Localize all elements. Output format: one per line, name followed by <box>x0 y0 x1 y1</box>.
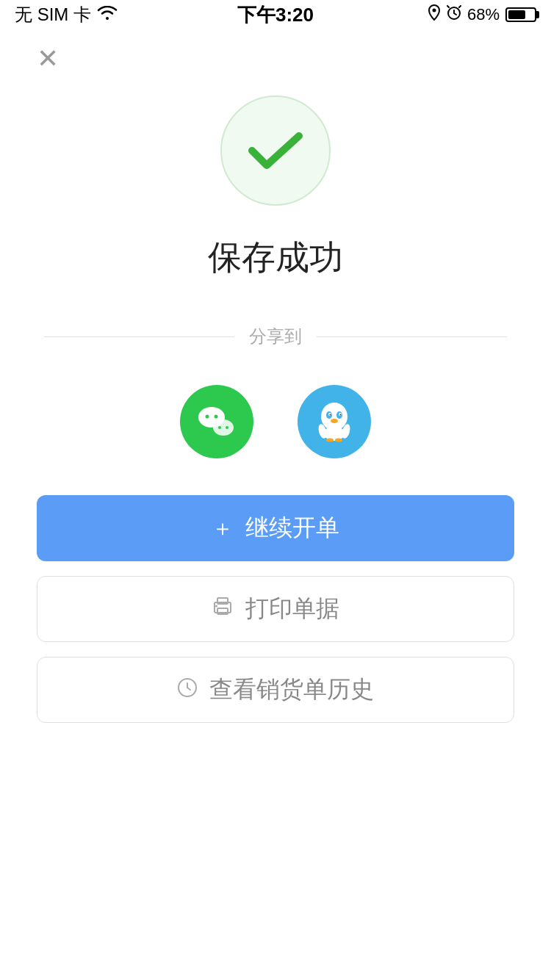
qq-icon <box>315 400 353 443</box>
svg-point-7 <box>226 426 228 429</box>
location-icon <box>428 4 441 25</box>
share-divider: 分享到 <box>44 325 507 348</box>
battery-icon <box>505 7 536 22</box>
success-title: 保存成功 <box>208 235 343 281</box>
svg-point-13 <box>330 414 331 416</box>
status-time: 下午3:20 <box>237 2 314 28</box>
history-label: 查看销货单历史 <box>209 674 374 706</box>
svg-point-17 <box>326 439 334 442</box>
svg-point-24 <box>215 605 217 607</box>
svg-point-15 <box>331 419 338 423</box>
continue-label: 继续开单 <box>245 512 339 544</box>
success-icon-circle <box>220 96 331 206</box>
actions-section: ＋ 继续开单 打印单据 查看销货单历史 <box>0 495 551 723</box>
close-icon: ✕ <box>37 46 59 72</box>
share-section: 分享到 <box>0 325 551 458</box>
svg-point-4 <box>215 415 218 419</box>
divider-right <box>317 336 507 337</box>
svg-point-0 <box>432 9 436 12</box>
checkmark-icon <box>246 127 305 174</box>
history-button[interactable]: 查看销货单历史 <box>37 657 514 723</box>
status-bar: 无 SIM 卡 下午3:20 68% <box>0 0 551 29</box>
alarm-icon <box>447 4 461 25</box>
main-content: 保存成功 分享到 <box>0 29 551 723</box>
svg-point-18 <box>335 439 342 442</box>
status-left: 无 SIM 卡 <box>15 3 118 26</box>
status-right: 68% <box>428 4 536 25</box>
qq-share-button[interactable] <box>298 385 371 458</box>
svg-point-5 <box>213 419 234 436</box>
wechat-share-button[interactable] <box>180 385 253 458</box>
battery-percent: 68% <box>467 5 500 24</box>
continue-button[interactable]: ＋ 继续开单 <box>37 495 514 561</box>
wechat-icon <box>195 403 238 441</box>
share-label: 分享到 <box>249 325 302 348</box>
clock-icon <box>177 677 198 703</box>
wifi-icon <box>97 4 118 25</box>
print-icon <box>212 597 234 622</box>
sim-status: 无 SIM 卡 <box>15 3 91 26</box>
close-button[interactable]: ✕ <box>29 40 66 77</box>
svg-point-6 <box>218 426 221 429</box>
plus-icon: ＋ <box>212 514 234 544</box>
svg-point-16 <box>324 426 345 441</box>
print-label: 打印单据 <box>245 593 339 625</box>
svg-point-3 <box>206 415 209 419</box>
divider-left <box>44 336 234 337</box>
svg-point-14 <box>340 414 342 416</box>
share-icons-row <box>44 385 507 458</box>
print-button[interactable]: 打印单据 <box>37 576 514 642</box>
